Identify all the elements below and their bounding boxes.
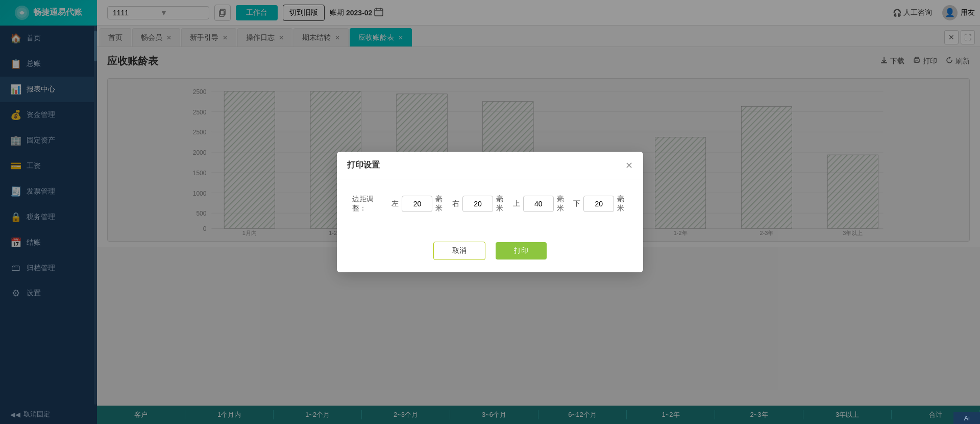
modal-title: 打印设置 <box>347 160 380 171</box>
left-margin-input[interactable] <box>402 196 432 212</box>
right-unit: 毫米 <box>496 195 507 213</box>
left-label: 左 <box>391 199 399 208</box>
ai-bottom-bar[interactable]: Ai <box>953 412 980 424</box>
bottom-label: 下 <box>573 199 580 208</box>
margin-row: 边距调整： 左 毫米 右 毫米 上 毫米 下 <box>352 195 628 213</box>
right-margin-group: 右 毫米 <box>452 195 507 213</box>
modal-header: 打印设置 ✕ <box>337 152 643 179</box>
modal-close-button[interactable]: ✕ <box>625 161 633 170</box>
left-unit: 毫米 <box>435 195 446 213</box>
modal-footer: 取消 打印 <box>337 233 643 272</box>
right-label: 右 <box>452 199 459 208</box>
bottom-margin-group: 下 毫米 <box>573 195 628 213</box>
top-unit: 毫米 <box>557 195 568 213</box>
bottom-unit: 毫米 <box>617 195 628 213</box>
modal-body: 边距调整： 左 毫米 右 毫米 上 毫米 下 <box>337 179 643 233</box>
print-confirm-button[interactable]: 打印 <box>496 242 547 260</box>
ai-label: Ai <box>964 414 970 422</box>
print-settings-modal: 打印设置 ✕ 边距调整： 左 毫米 右 毫米 上 毫米 <box>337 152 643 272</box>
modal-overlay: 打印设置 ✕ 边距调整： 左 毫米 右 毫米 上 毫米 <box>0 0 980 424</box>
left-margin-group: 左 毫米 <box>391 195 446 213</box>
top-margin-group: 上 毫米 <box>513 195 568 213</box>
bottom-margin-input[interactable] <box>583 196 614 212</box>
margin-label: 边距调整： <box>352 195 385 213</box>
top-margin-input[interactable] <box>523 196 554 212</box>
right-margin-input[interactable] <box>462 196 493 212</box>
top-label: 上 <box>513 199 520 208</box>
cancel-button[interactable]: 取消 <box>433 242 485 260</box>
